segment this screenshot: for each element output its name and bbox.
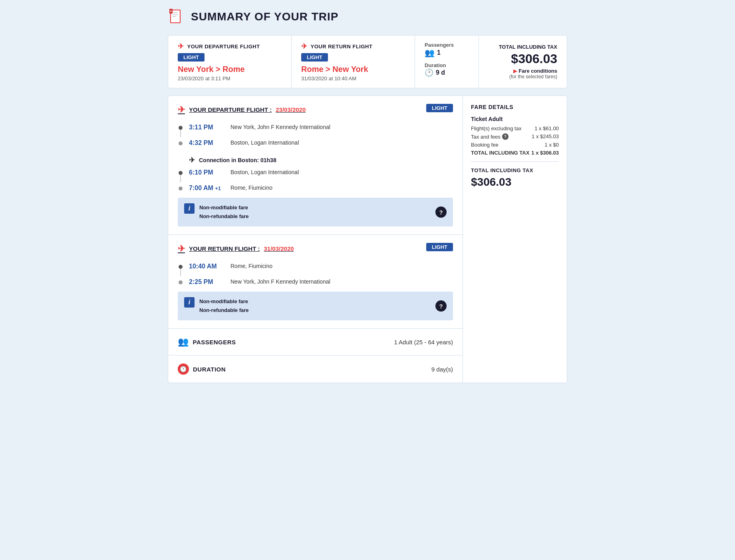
flights-column: ✈ YOUR DEPARTURE FLIGHT : 23/03/2020 LIG… [168, 96, 463, 383]
svg-rect-4 [172, 16, 176, 17]
return-route: Rome > New York [301, 65, 405, 74]
info-box-left: i Non-modifiable fare Non-refundable far… [184, 203, 249, 221]
fare-total-line-label: TOTAL INCLUDING TAX [471, 150, 529, 156]
stop-dot [179, 171, 183, 175]
return-section-date: 31/03/2020 [264, 245, 294, 252]
stop-line [180, 175, 181, 182]
departure-badge: LIGHT [178, 53, 205, 62]
stop-dot-container [178, 169, 183, 182]
departure-leg2-stops: 6:10 PM Boston, Logan International 7:00… [178, 168, 453, 193]
stop-dot-container [178, 278, 183, 284]
connection-icon: ✈ [189, 156, 195, 165]
return-fare-info-help-button[interactable]: ? [435, 300, 447, 312]
summary-departure: ✈ YOUR DEPARTURE FLIGHT LIGHT New York >… [168, 36, 292, 88]
fare-line: Tax and fees ? 1 x $245.03 [471, 133, 559, 140]
stop-line [180, 269, 181, 276]
fare-line-total: TOTAL INCLUDING TAX 1 x $306.03 [471, 150, 559, 156]
duration-icon: 🕐 [425, 68, 433, 77]
info-box-left: i Non-modifiable fare Non-refundable far… [184, 297, 249, 315]
departure-route: New York > Rome [178, 65, 282, 74]
departure-flight-section: ✈ YOUR DEPARTURE FLIGHT : 23/03/2020 LIG… [168, 96, 463, 235]
stop-dot [179, 141, 183, 145]
page-title: SUMMARY OF YOUR TRIP [191, 10, 339, 23]
stop-dot [179, 265, 183, 269]
departure-section-title: ✈ YOUR DEPARTURE FLIGHT : 23/03/2020 [178, 105, 306, 115]
passengers-label: Passengers [425, 42, 469, 48]
stop-place: Rome, Fiumicino [230, 185, 272, 191]
passengers-value: 👥 1 [425, 48, 469, 58]
svg-rect-3 [172, 14, 178, 15]
fare-info-help-button[interactable]: ? [435, 207, 447, 218]
tax-help-icon[interactable]: ? [502, 133, 509, 140]
page-header: SUMMARY OF YOUR TRIP [168, 8, 567, 26]
total-amount: $306.03 [511, 52, 557, 66]
duration-row-label: 🕐 DURATION [178, 363, 226, 375]
svg-rect-2 [172, 12, 178, 13]
return-section-plane-icon: ✈ [178, 244, 185, 254]
passengers-row: 👥 PASSENGERS 1 Adult (25 - 64 years) [168, 329, 463, 355]
stop-dot-container [178, 185, 183, 191]
departure-datetime: 23/03/2020 at 3:11 PM [178, 75, 282, 81]
stop-place: New York, John F Kennedy International [230, 124, 330, 130]
summary-total: TOTAL INCLUDING TAX $306.03 ▶ Fare condi… [479, 36, 567, 88]
return-section-header: ✈ YOUR RETURN FLIGHT : 31/03/2020 LIGHT [178, 243, 453, 254]
fare-conditions-link[interactable]: ▶ Fare conditions [513, 68, 557, 74]
departure-leg1-stops: 3:11 PM New York, John F Kennedy Interna… [178, 123, 453, 148]
departure-plane-icon: ✈ [178, 42, 184, 51]
return-datetime: 31/03/2020 at 10:40 AM [301, 75, 405, 81]
stop-dot [179, 280, 183, 284]
stop-time: 10:40 AM [189, 263, 225, 270]
duration-row: 🕐 DURATION 9 day(s) [168, 355, 463, 383]
stop-item: 2:25 PM New York, John F Kennedy Interna… [178, 277, 453, 287]
duration-clock-icon: 🕐 [178, 363, 189, 375]
return-section-title: ✈ YOUR RETURN FLIGHT : 31/03/2020 [178, 244, 294, 254]
fare-line-label: Booking fee [471, 142, 499, 148]
summary-bar: ✈ YOUR DEPARTURE FLIGHT LIGHT New York >… [168, 35, 567, 88]
fare-line: Booking fee 1 x $0 [471, 142, 559, 148]
return-section-badge: LIGHT [426, 243, 453, 251]
fare-ticket-label: Ticket Adult [471, 116, 559, 122]
stop-time: 4:32 PM [189, 139, 225, 147]
departure-section-plane-icon: ✈ [178, 105, 185, 115]
passengers-icon: 👥 [425, 48, 435, 58]
fare-line-label: Flight(s) excluding tax [471, 125, 521, 131]
stop-item: 4:32 PM Boston, Logan International [178, 138, 453, 148]
stop-item: 6:10 PM Boston, Logan International [178, 168, 453, 183]
departure-info-box: i Non-modifiable fare Non-refundable far… [178, 198, 453, 226]
stop-place: New York, John F Kennedy International [230, 278, 330, 285]
plus1-badge: +1 [215, 185, 221, 191]
return-plane-icon: ✈ [301, 42, 308, 51]
return-badge: LIGHT [301, 53, 328, 62]
connection-row: ✈ Connection in Boston: 01h38 [178, 153, 453, 168]
fare-line-label: Tax and fees ? [471, 133, 509, 140]
duration-row-value: 9 day(s) [431, 366, 453, 373]
stop-dot [179, 187, 183, 191]
stop-dot-container [178, 124, 183, 137]
stop-time: 2:25 PM [189, 278, 225, 286]
fare-conditions-sub: (for the selected fares) [509, 74, 557, 79]
fare-lines: Flight(s) excluding tax 1 x $61.00 Tax a… [471, 125, 559, 156]
stop-time: 3:11 PM [189, 124, 225, 131]
stop-item: 3:11 PM New York, John F Kennedy Interna… [178, 123, 453, 138]
total-label: TOTAL INCLUDING TAX [499, 44, 557, 50]
fare-line: Flight(s) excluding tax 1 x $61.00 [471, 125, 559, 131]
passengers-row-value: 1 Adult (25 - 64 years) [394, 339, 453, 346]
fare-conditions-arrow: ▶ [513, 68, 517, 74]
fare-grand-total-label: TOTAL INCLUDING TAX [471, 167, 559, 173]
return-info-box: i Non-modifiable fare Non-refundable far… [178, 292, 453, 320]
departure-section-date: 23/03/2020 [276, 106, 306, 113]
summary-passengers-duration: Passengers 👥 1 Duration 🕐 9 d [415, 36, 479, 88]
stop-time: 7:00 AM +1 [189, 185, 225, 192]
stop-place: Boston, Logan International [230, 169, 299, 175]
departure-label: ✈ YOUR DEPARTURE FLIGHT [178, 42, 282, 51]
stop-dot [179, 126, 183, 130]
stop-place: Boston, Logan International [230, 139, 299, 146]
info-icon: i [184, 297, 195, 308]
header-icon [168, 8, 185, 26]
return-flight-section: ✈ YOUR RETURN FLIGHT : 31/03/2020 LIGHT … [168, 235, 463, 329]
return-label: ✈ YOUR RETURN FLIGHT [301, 42, 405, 51]
fare-details-title: FARE DETAILS [471, 104, 559, 110]
stop-time: 6:10 PM [189, 169, 225, 176]
stop-item: 10:40 AM Rome, Fiumicino [178, 262, 453, 277]
fare-info-text: Non-modifiable fare Non-refundable fare [199, 203, 249, 221]
